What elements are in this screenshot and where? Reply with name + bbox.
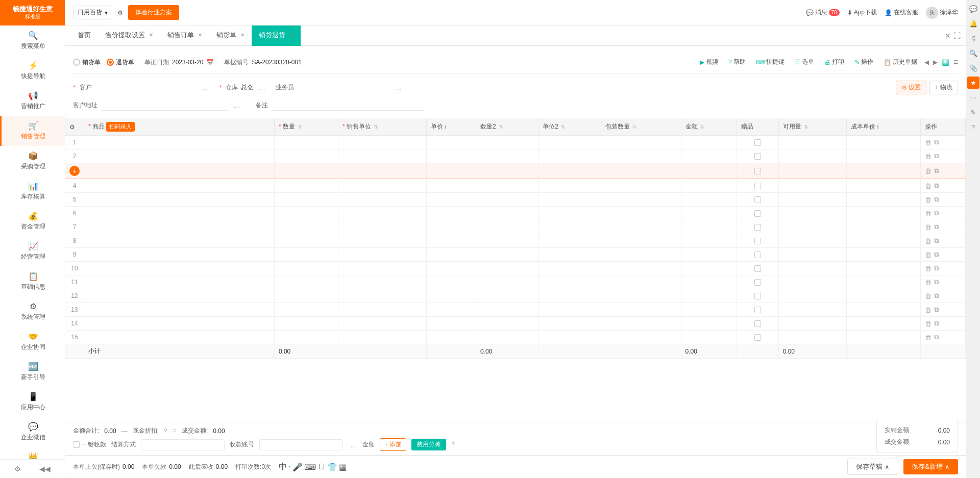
logistics-btn[interactable]: + 物流: [929, 81, 958, 94]
cell-gift-8[interactable]: [737, 234, 778, 248]
cell-pack-10[interactable]: [601, 262, 681, 275]
cell-pack-9[interactable]: [601, 248, 681, 262]
cell-product-2[interactable]: [84, 149, 275, 163]
gift-checkbox-4[interactable]: [754, 183, 761, 189]
cell-amount-7[interactable]: [681, 220, 737, 234]
copy-icon-1[interactable]: ⧉: [934, 138, 939, 146]
setup-btn[interactable]: ⚙ 设置: [896, 81, 926, 94]
cell-gift-4[interactable]: [737, 179, 778, 193]
delete-icon-6[interactable]: 🗑: [925, 210, 932, 217]
cell-qty2-15[interactable]: [476, 331, 538, 344]
sidebar-item-2[interactable]: 📢营销推广: [0, 86, 65, 116]
customer-input[interactable]: [95, 82, 197, 93]
cell-price-15[interactable]: [426, 331, 476, 344]
cell-product-7[interactable]: [84, 220, 275, 234]
cell-avail-6[interactable]: [778, 207, 846, 220]
delete-icon-13[interactable]: 🗑: [925, 306, 932, 314]
toolbar-select[interactable]: ☰ 选单: [792, 56, 817, 68]
cell-pack-11[interactable]: [601, 275, 681, 289]
cell-unit2-13[interactable]: [538, 303, 601, 317]
cell-cost-3[interactable]: [846, 163, 920, 179]
staff-input[interactable]: [297, 82, 389, 93]
sidebar-item-4[interactable]: 📦采购管理: [0, 146, 65, 176]
rp-icon-3[interactable]: 🖨: [967, 32, 979, 44]
gift-checkbox-1[interactable]: [754, 139, 761, 146]
cell-unit-3[interactable]: [338, 163, 426, 179]
cell-avail-11[interactable]: [778, 275, 846, 289]
note-input[interactable]: [271, 99, 424, 111]
online-service-btn[interactable]: 👤 在线客服: [885, 8, 918, 17]
sidebar-item-10[interactable]: 🤝企业协同: [0, 326, 65, 357]
tab-close-4[interactable]: ✕: [289, 32, 293, 38]
sidebar-item-5[interactable]: 📊库存核算: [0, 176, 65, 206]
split-btn[interactable]: 费用分摊: [411, 439, 446, 450]
cell-unit2-11[interactable]: [538, 275, 601, 289]
cell-gift-2[interactable]: [737, 149, 778, 163]
warehouse-more-icon[interactable]: …: [258, 84, 265, 92]
cell-qty-7[interactable]: [274, 220, 338, 234]
radio-sales[interactable]: 销货单: [73, 58, 101, 67]
copy-icon-7[interactable]: ⧉: [934, 223, 939, 231]
cell-product-15[interactable]: [84, 331, 275, 344]
cell-gift-7[interactable]: [737, 220, 778, 234]
product-input-10[interactable]: [88, 265, 270, 272]
sidebar-item-7[interactable]: 📈经营管理: [0, 236, 65, 266]
calc-method-input[interactable]: [141, 439, 225, 450]
cell-qty2-13[interactable]: [476, 303, 538, 317]
cell-amount-5[interactable]: [681, 193, 737, 207]
cell-qty2-12[interactable]: [476, 289, 538, 303]
cell-avail-3[interactable]: [778, 163, 846, 179]
gift-checkbox-3[interactable]: [754, 168, 761, 174]
cell-unit2-1[interactable]: [538, 136, 601, 149]
cell-unit-8[interactable]: [338, 234, 426, 248]
copy-icon-3[interactable]: ⧉: [934, 167, 939, 175]
gift-checkbox-14[interactable]: [754, 320, 761, 327]
radio-return[interactable]: 退货单: [107, 58, 134, 67]
cell-amount-3[interactable]: [681, 163, 737, 179]
product-input-7[interactable]: [88, 223, 270, 231]
qty2-sort-icon[interactable]: ⇅: [499, 124, 503, 130]
product-input-15[interactable]: [88, 334, 270, 341]
gift-checkbox-7[interactable]: [754, 224, 761, 231]
product-input-1[interactable]: [88, 139, 270, 146]
product-input-3[interactable]: [88, 167, 270, 175]
cell-qty-9[interactable]: [274, 248, 338, 262]
cell-pack-8[interactable]: [601, 234, 681, 248]
cell-product-14[interactable]: [84, 317, 275, 331]
cell-price-14[interactable]: [426, 317, 476, 331]
cell-gift-3[interactable]: [737, 163, 778, 179]
close-tab-icon[interactable]: ✕: [945, 32, 951, 40]
gift-checkbox-9[interactable]: [754, 251, 761, 258]
cell-qty2-7[interactable]: [476, 220, 538, 234]
cell-product-11[interactable]: [84, 275, 275, 289]
delete-icon-14[interactable]: 🗑: [925, 320, 932, 328]
experience-btn[interactable]: 体验行业方案: [128, 5, 179, 20]
cell-amount-1[interactable]: [681, 136, 737, 149]
cell-unit2-6[interactable]: [538, 207, 601, 220]
cell-qty2-3[interactable]: [476, 163, 538, 179]
product-input-4[interactable]: [88, 182, 270, 190]
cell-qty-15[interactable]: [274, 331, 338, 344]
toolbar-print[interactable]: 🖨 打印: [821, 56, 847, 68]
cell-price-13[interactable]: [426, 303, 476, 317]
prev-icon[interactable]: ◀: [924, 59, 929, 66]
product-input-12[interactable]: [88, 292, 270, 300]
cell-qty-1[interactable]: [274, 136, 338, 149]
cell-qty2-6[interactable]: [476, 207, 538, 220]
cell-unit-4[interactable]: [338, 179, 426, 193]
cell-product-4[interactable]: [84, 179, 275, 193]
cell-avail-4[interactable]: [778, 179, 846, 193]
cell-product-9[interactable]: [84, 248, 275, 262]
cell-cost-5[interactable]: [846, 193, 920, 207]
toolbar-operation[interactable]: ✎ 操作: [851, 56, 876, 68]
cell-qty-13[interactable]: [274, 303, 338, 317]
rp-icon-8[interactable]: ✎: [967, 106, 979, 118]
cell-amount-15[interactable]: [681, 331, 737, 344]
cell-unit-15[interactable]: [338, 331, 426, 344]
copy-icon-10[interactable]: ⧉: [934, 264, 939, 272]
avail-sort-icon[interactable]: ⇅: [804, 124, 808, 130]
product-input-9[interactable]: [88, 251, 270, 259]
gift-checkbox-10[interactable]: [754, 265, 761, 272]
cell-price-2[interactable]: [426, 149, 476, 163]
rp-icon-9[interactable]: ?: [967, 121, 979, 133]
